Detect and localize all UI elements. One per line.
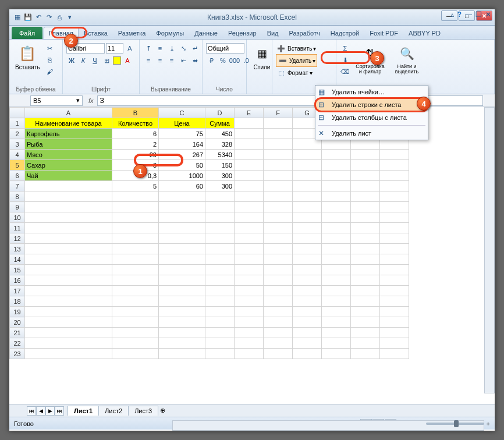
cell-A11[interactable] [25,223,112,233]
cell-C4[interactable]: 267 [159,150,205,160]
row-header-6[interactable]: 6 [10,171,25,181]
cell-J11[interactable] [380,223,409,233]
indent-dec-icon[interactable]: ⇤ [178,55,189,66]
cell-E6[interactable] [235,171,264,181]
row-header-1[interactable]: 1 [10,118,25,129]
cell-H11[interactable] [322,223,351,233]
cell-E20[interactable] [235,317,264,328]
cell-C23[interactable] [159,349,205,359]
cell-E13[interactable] [235,244,264,254]
cell-E12[interactable] [235,233,264,244]
menu-delete-columns[interactable]: ⊟ Удалить столбцы с листа [315,111,428,124]
clear-icon[interactable]: ⌫ [340,66,350,77]
cell-C5[interactable]: 50 [159,160,205,171]
cell-D16[interactable] [205,275,235,286]
redo-icon[interactable]: ↷ [44,13,54,22]
cell-C21[interactable] [159,328,205,338]
cell-A15[interactable] [25,265,112,275]
cell-C9[interactable] [159,202,205,212]
cell-J5[interactable] [380,160,409,171]
cell-A3[interactable]: Рыба [25,139,112,150]
cell-I14[interactable] [351,254,380,265]
tab-view[interactable]: Вид [262,27,284,39]
cell-G23[interactable] [293,349,322,359]
cell-E17[interactable] [235,286,264,296]
cell-C11[interactable] [159,223,205,233]
cell-H6[interactable] [322,171,351,181]
cell-C15[interactable] [159,265,205,275]
cell-H23[interactable] [322,349,351,359]
col-header-C[interactable]: C [159,108,205,118]
merge-icon[interactable]: ⬌ [190,55,200,66]
cell-F22[interactable] [264,338,293,349]
cell-F21[interactable] [264,328,293,338]
cell-J16[interactable] [380,275,409,286]
cell-I4[interactable] [351,150,380,160]
cell-F23[interactable] [264,349,293,359]
cell-B9[interactable] [112,202,159,212]
cell-I5[interactable] [351,160,380,171]
cell-D22[interactable] [205,338,235,349]
align-right-icon[interactable]: ≡ [166,55,177,66]
cell-D12[interactable] [205,233,235,244]
cell-G10[interactable] [293,212,322,223]
col-header-D[interactable]: D [205,108,235,118]
row-header-21[interactable]: 21 [10,328,25,338]
cell-J7[interactable] [380,181,409,191]
tab-addins[interactable]: Надстрой [325,27,364,39]
styles-button[interactable]: ▦ Стили [250,43,274,72]
fill-icon[interactable]: ⬇ [340,55,350,65]
cell-B12[interactable] [112,233,159,244]
cell-F20[interactable] [264,317,293,328]
cell-G11[interactable] [293,223,322,233]
cell-A10[interactable] [25,212,112,223]
cell-F7[interactable] [264,181,293,191]
cell-D4[interactable]: 5340 [205,150,235,160]
cell-C3[interactable]: 164 [159,139,205,150]
doc-restore-icon[interactable]: ❐ [475,10,482,19]
cell-D18[interactable] [205,296,235,307]
sheet-tab-2[interactable]: Лист2 [98,406,129,416]
doc-minimize-icon[interactable]: — [465,10,472,19]
cell-H17[interactable] [322,286,351,296]
cell-C12[interactable] [159,233,205,244]
cell-C14[interactable] [159,254,205,265]
cell-A12[interactable] [25,233,112,244]
cell-H22[interactable] [322,338,351,349]
cell-C20[interactable] [159,317,205,328]
cell-I9[interactable] [351,202,380,212]
cell-F13[interactable] [264,244,293,254]
underline-icon[interactable]: Ч [90,55,100,66]
cell-D11[interactable] [205,223,235,233]
cell-F16[interactable] [264,275,293,286]
cell-I10[interactable] [351,212,380,223]
cell-H4[interactable] [322,150,351,160]
cell-C19[interactable] [159,307,205,317]
tab-abbyy[interactable]: ABBYY PD [403,27,446,39]
sheet-nav-first[interactable]: ⏮ [27,406,36,416]
cell-B11[interactable] [112,223,159,233]
cell-H9[interactable] [322,202,351,212]
cell-J9[interactable] [380,202,409,212]
cell-G21[interactable] [293,328,322,338]
cell-C6[interactable]: 1000 [159,171,205,181]
cell-H5[interactable] [322,160,351,171]
cell-I23[interactable] [351,349,380,359]
cell-A23[interactable] [25,349,112,359]
cell-G9[interactable] [293,202,322,212]
cell-B2[interactable]: 6 [112,129,159,139]
cell-J13[interactable] [380,244,409,254]
row-header-4[interactable]: 4 [10,150,25,160]
row-header-20[interactable]: 20 [10,317,25,328]
cell-E19[interactable] [235,307,264,317]
row-header-13[interactable]: 13 [10,244,25,254]
italic-icon[interactable]: К [78,55,88,66]
cell-A18[interactable] [25,296,112,307]
cell-C1[interactable]: Цена [159,118,205,129]
cell-H16[interactable] [322,275,351,286]
cell-E23[interactable] [235,349,264,359]
cell-B21[interactable] [112,328,159,338]
cell-I22[interactable] [351,338,380,349]
sheet-nav-next[interactable]: ▶ [45,406,55,416]
cell-E11[interactable] [235,223,264,233]
